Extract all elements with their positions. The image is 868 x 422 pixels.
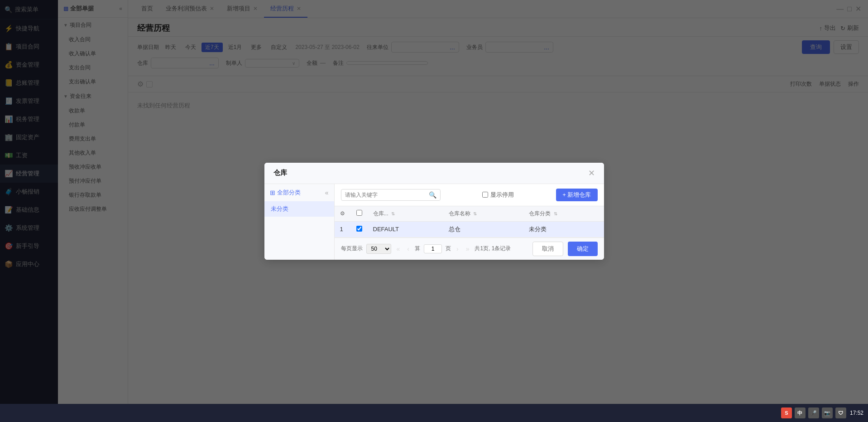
modal-page-label-pre: 算: [415, 245, 420, 252]
modal-footer: 每页显示 50 100 « ‹ 算 页 › » 共1页, 1条记录: [335, 238, 604, 260]
add-warehouse-btn[interactable]: + 新增仓库: [556, 189, 597, 201]
all-icon: ⊞: [270, 189, 275, 196]
taskbar-time: 17:52: [850, 410, 863, 416]
modal-first-btn[interactable]: «: [395, 244, 402, 253]
th-name: 仓库名称 ⇅: [443, 206, 523, 222]
modal-table-body: 1 DEFAULT 总仓 未分类: [335, 221, 604, 237]
modal-overlay: 仓库 ✕ ⊞ 全部分类 « 未分类: [0, 0, 868, 422]
modal-left-item-0[interactable]: 未分类: [264, 201, 334, 217]
taskbar-icons: S 中 🎤 📷 🛡: [781, 407, 846, 418]
th-category: 仓库分类 ⇅: [523, 206, 604, 222]
taskbar-icon-s[interactable]: S: [781, 407, 792, 418]
all-category-label[interactable]: 全部分类: [277, 189, 301, 197]
row-check-0: [351, 221, 368, 237]
table-row[interactable]: 1 DEFAULT 总仓 未分类: [335, 221, 604, 237]
modal-next-btn[interactable]: ›: [455, 244, 460, 253]
modal-close-btn[interactable]: ✕: [588, 168, 595, 178]
modal-action-btns: 取消 确定: [532, 242, 598, 256]
th-settings: ⚙: [335, 206, 351, 222]
modal-body: ⊞ 全部分类 « 未分类 🔍 显示停用: [264, 184, 604, 260]
taskbar-icon-cam[interactable]: 📷: [822, 407, 833, 418]
modal-per-page-label: 每页显示: [341, 245, 363, 252]
modal-left-panel: ⊞ 全部分类 « 未分类: [264, 184, 335, 260]
modal-search-input[interactable]: [345, 192, 427, 198]
modal-header: 仓库 ✕: [264, 163, 604, 184]
row-name-0: 总仓: [443, 221, 523, 237]
row-code-0: DEFAULT: [368, 221, 443, 237]
th-code: 仓库... ⇅: [368, 206, 443, 222]
taskbar-icon-mic[interactable]: 🎤: [808, 407, 819, 418]
row-num-0: 1: [335, 221, 351, 237]
sort-category-icon: ⇅: [554, 211, 557, 216]
row-category-0: 未分类: [523, 221, 604, 237]
row-checkbox-0[interactable]: [356, 226, 362, 232]
sort-name-icon: ⇅: [473, 211, 477, 216]
modal-page-input[interactable]: [424, 244, 442, 253]
collapse-icon[interactable]: «: [325, 189, 329, 196]
modal-per-page-select[interactable]: 50 100: [366, 244, 391, 254]
modal-last-btn[interactable]: »: [464, 244, 471, 253]
modal-title: 仓库: [273, 169, 287, 177]
col-settings-icon: ⚙: [340, 210, 345, 217]
modal-next-label: 页: [446, 245, 451, 252]
show-disabled-label[interactable]: 显示停用: [482, 191, 514, 199]
modal-total-text: 共1页, 1条记录: [475, 245, 511, 252]
th-checkbox: [351, 206, 368, 222]
taskbar-icon-shield[interactable]: 🛡: [835, 407, 846, 418]
taskbar-icon-zh[interactable]: 中: [795, 407, 806, 418]
modal-search-wrapper: 🔍: [341, 189, 441, 201]
confirm-btn[interactable]: 确定: [568, 242, 598, 256]
modal-left-items: 未分类: [264, 201, 334, 217]
select-all-checkbox[interactable]: [356, 210, 362, 216]
cancel-btn[interactable]: 取消: [532, 242, 563, 256]
taskbar: S 中 🎤 📷 🛡 17:52: [0, 404, 868, 422]
modal-left-header: ⊞ 全部分类 «: [264, 184, 334, 201]
modal-pagination: 每页显示 50 100 « ‹ 算 页 › » 共1页, 1条记录: [341, 244, 511, 254]
sort-code-icon: ⇅: [391, 211, 395, 216]
modal-table: ⚙ 仓库... ⇅ 仓库名称 ⇅: [335, 206, 604, 238]
warehouse-modal: 仓库 ✕ ⊞ 全部分类 « 未分类: [264, 163, 604, 260]
modal-search-bar: 🔍 显示停用 + 新增仓库: [335, 184, 604, 206]
modal-right-panel: 🔍 显示停用 + 新增仓库 ⚙: [335, 184, 604, 260]
modal-prev-btn[interactable]: ‹: [405, 244, 411, 253]
show-disabled-checkbox[interactable]: [482, 192, 488, 198]
modal-search-icon: 🔍: [429, 191, 436, 199]
